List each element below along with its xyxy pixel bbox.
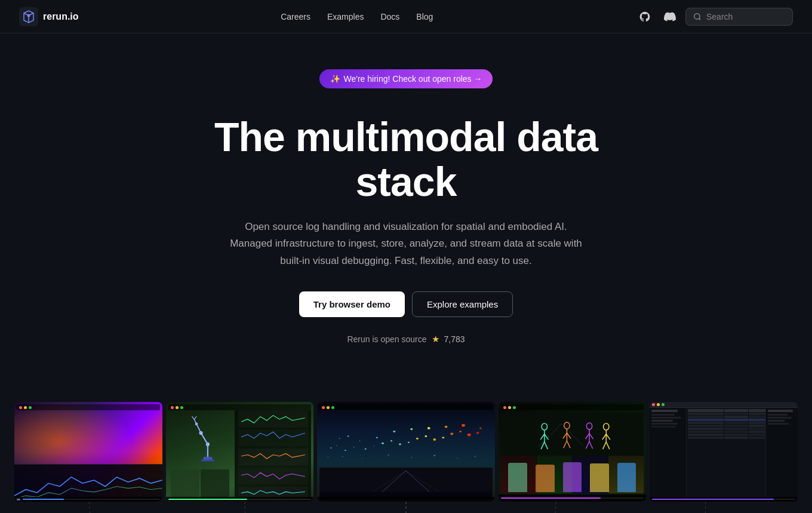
logo-link[interactable]: rerun.io [19,7,79,26]
svg-rect-14 [238,410,307,428]
svg-rect-17 [238,468,307,485]
nav-docs[interactable]: Docs [380,12,399,21]
svg-line-81 [606,434,610,440]
svg-point-78 [603,423,608,430]
svg-point-40 [376,437,378,438]
svg-line-64 [541,442,545,449]
svg-line-58 [539,424,561,447]
screenshot-thermal[interactable] [14,402,162,502]
svg-line-5 [201,433,207,444]
svg-line-71 [567,441,570,448]
hiring-emoji: ✨ [330,74,340,84]
hero-title: The multimodal data stack [167,115,645,204]
explore-examples-button[interactable]: Explore examples [412,291,513,317]
hero-section: ✨ We're hiring! Check out open roles → T… [0,33,812,513]
svg-point-51 [411,457,413,458]
svg-point-31 [433,438,436,441]
svg-line-75 [589,434,593,439]
svg-rect-13 [201,460,214,462]
svg-point-54 [474,456,476,457]
svg-point-24 [374,446,375,447]
nav-examples[interactable]: Examples [327,12,364,21]
hero-subtitle: Open source log handling and visualizati… [230,219,582,271]
svg-line-63 [544,434,548,440]
svg-point-43 [427,427,430,429]
svg-point-27 [399,443,401,445]
hiring-banner[interactable]: ✨ We're hiring! Check out open roles → [319,69,493,88]
svg-point-36 [476,432,479,434]
svg-point-60 [542,423,547,430]
svg-point-2 [694,13,700,19]
discord-icon [664,11,676,23]
star-count: 7,783 [444,334,465,344]
screenshot-robot[interactable] [166,402,314,502]
svg-point-29 [416,438,419,440]
svg-point-26 [390,440,392,441]
search-icon [693,13,702,21]
svg-point-66 [564,422,569,429]
svg-point-35 [467,434,471,437]
svg-point-39 [359,441,361,442]
svg-point-46 [479,428,482,429]
search-bar[interactable]: Search [685,8,793,26]
open-source-label: Rerun is open source [347,334,426,344]
hiring-text: We're hiring! Check out open roles → [344,74,482,84]
discord-button[interactable] [660,7,679,26]
svg-line-62 [540,434,545,440]
github-icon [639,11,651,23]
svg-point-25 [382,443,384,444]
svg-point-33 [451,433,454,435]
svg-point-41 [393,431,396,432]
open-source-badge: Rerun is open source ★ 7,783 [347,334,465,345]
hero-ctas: Try browser demo Explore examples [299,291,513,317]
svg-point-21 [345,450,346,451]
screenshots-strip [14,402,798,502]
svg-point-53 [457,458,459,459]
star-icon: ★ [432,334,439,345]
svg-point-34 [460,431,462,432]
screenshot-data-table[interactable] [650,402,798,502]
svg-line-77 [589,441,593,449]
svg-point-38 [347,435,349,437]
svg-line-68 [562,433,567,438]
svg-point-48 [342,456,343,457]
svg-point-22 [353,447,355,448]
svg-point-47 [328,457,329,458]
svg-line-70 [563,441,567,448]
svg-line-11 [194,416,196,419]
screenshot-3d-tracking[interactable] [499,402,647,502]
svg-point-1 [27,14,30,17]
svg-point-23 [365,449,367,450]
nav-careers[interactable]: Careers [281,12,310,21]
screenshot-lidar[interactable] [317,402,494,502]
search-placeholder: Search [706,12,733,21]
svg-point-19 [330,447,332,449]
svg-point-32 [442,437,445,438]
nav-blog[interactable]: Blog [416,12,433,21]
svg-point-45 [462,424,466,427]
logo-text: rerun.io [43,11,79,22]
svg-line-10 [192,416,194,419]
nav-links: Careers Examples Docs Blog [281,12,433,21]
svg-point-28 [408,442,410,443]
svg-rect-16 [238,449,307,466]
svg-point-72 [586,423,592,429]
svg-point-37 [339,438,340,440]
svg-line-80 [602,434,606,440]
github-button[interactable] [635,7,654,26]
navbar: rerun.io Careers Examples Docs Blog Sear… [0,0,812,33]
svg-point-52 [434,455,436,456]
svg-point-49 [362,458,364,459]
try-browser-demo-button[interactable]: Try browser demo [299,291,405,317]
svg-point-20 [336,446,337,447]
svg-point-44 [445,426,448,428]
svg-line-76 [586,441,589,449]
svg-line-7 [196,424,201,433]
svg-line-83 [606,442,610,449]
svg-line-69 [567,433,571,438]
svg-point-42 [411,428,413,430]
svg-line-65 [544,442,548,449]
svg-point-30 [425,435,427,437]
svg-line-74 [585,434,589,439]
svg-point-50 [388,454,390,456]
